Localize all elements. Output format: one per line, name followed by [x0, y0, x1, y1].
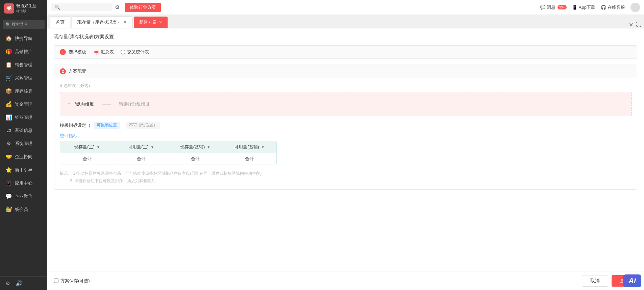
money-icon: 💰 [5, 101, 12, 107]
logo-text-block: 畅通好生意 标准版 [16, 3, 36, 14]
radio-summary[interactable]: 汇总表 [94, 49, 114, 55]
tabbar: 首页 现存量（库存状况表） ✕ 新建方案 ✕ ✕ ⛶ [47, 15, 644, 28]
sidebar-item-app-center[interactable]: 📱 应用中心 [0, 176, 47, 190]
sidebar-item-member[interactable]: 👑 畅会员 [0, 203, 47, 216]
radio-summary-label: 汇总表 [101, 49, 114, 55]
cart-icon: 🛒 [5, 75, 12, 81]
dim-placeholder: 请选择分组维度 [119, 101, 150, 107]
nav-label: 系统管理 [15, 141, 32, 147]
message-icon: 💬 [540, 5, 545, 10]
expand-window-icon[interactable]: ⛶ [636, 22, 641, 28]
col-label-0: 现存量(主) [74, 144, 95, 150]
col-header-0[interactable]: 现存量(主) ▼ [60, 141, 114, 153]
chart-icon: 📊 [5, 114, 12, 121]
dim-separator: —— [102, 102, 111, 107]
section2-num: 2 [60, 68, 66, 74]
col-label-1: 可用量(主) [128, 144, 149, 150]
indicator-settings: 模板指标设定（ 可拖动位置 不可拖动位置） [60, 122, 631, 129]
message-button[interactable]: 💬 消息 99+ [540, 4, 567, 10]
clipboard-icon: 📋 [5, 62, 12, 68]
gift-icon: 🎁 [5, 48, 12, 55]
section1-header: 1 选择模板 汇总表 交叉统计表 [54, 46, 637, 59]
cell-3: 合计 [222, 153, 276, 165]
sidebar-item-marketing[interactable]: 🎁 营销推广 [0, 45, 47, 58]
online-service-button[interactable]: 🎧 在线客服 [601, 4, 625, 10]
industry-solution-button[interactable]: 体验行业方案 [125, 3, 161, 12]
indicator-settings-label: 模板指标设定（ [60, 122, 91, 128]
sidebar-item-sales[interactable]: 📋 销售管理 [0, 58, 47, 71]
close-window-icon[interactable]: ✕ [629, 22, 633, 28]
save-plan-label: 方案保存(可选) [60, 278, 90, 284]
folder-icon: 🗂 [5, 127, 12, 134]
topbar-search-box[interactable]: 🔍 [51, 3, 112, 11]
stats-section-title: 统计指标 [60, 133, 631, 139]
topbar-right: 💬 消息 99+ 📱 App下载 🎧 在线客服 [540, 3, 640, 12]
nav-label: 畅会员 [15, 207, 28, 213]
tips-label: 提示： 1.拖动标题栏可以调整布局，不可跨维度或指标区域拖动栏目字段(只能在同一… [60, 170, 631, 177]
sidebar-item-wechat[interactable]: 💬 企业微信 [0, 190, 47, 203]
section-choose-template: 1 选择模板 汇总表 交叉统计表 [54, 45, 637, 59]
nav-label: 应用中心 [15, 180, 32, 186]
sidebar-item-quick-nav[interactable]: 🏠 快捷导航 [0, 32, 47, 45]
window-controls: ✕ ⛶ [629, 22, 641, 28]
sidebar-item-inventory[interactable]: 📦 库存核算 [0, 84, 47, 98]
tab-inventory-close-icon[interactable]: ✕ [123, 20, 127, 25]
dim-pink-area[interactable]: * *纵向维度 —— 请选择分组维度 [60, 92, 631, 116]
sound-footer-icon[interactable]: 🔊 [16, 280, 22, 287]
service-icon: 🎧 [601, 5, 606, 10]
col-header-1[interactable]: 可用量(主) ▼ [114, 141, 168, 153]
sidebar: 畅 畅通好生意 标准版 🔍 搜索菜单 🏠 快捷导航 🎁 营销推广 📋 销售管理 … [0, 0, 47, 290]
tab-new-plan[interactable]: 新建方案 ✕ [134, 17, 168, 28]
search-label: 搜索菜单 [12, 22, 28, 27]
star-icon: 🌟 [5, 167, 12, 173]
user-avatar[interactable] [630, 3, 640, 12]
sidebar-item-basic-info[interactable]: 🗂 基础信息 [0, 124, 47, 137]
message-badge: 99+ [558, 5, 567, 9]
tips-area: 提示： 1.拖动标题栏可以调整布局，不可跨维度或指标区域拖动栏目字段(只能在同一… [60, 170, 631, 185]
gear-icon: ⚙ [5, 140, 12, 147]
tab-inventory-status[interactable]: 现存量（库存状况表） ✕ [72, 16, 132, 28]
tip-0: 1.拖动标题栏可以调整布局，不可跨维度或指标区域拖动栏目字段(只能在同一维度或指… [73, 171, 262, 176]
tab-inventory-label: 现存量（库存状况表） [77, 19, 121, 25]
topbar-search-input[interactable] [62, 5, 106, 10]
tip-1: 2. 点击标题栏下拉可设置排序、插入列和删除列 [70, 178, 155, 183]
tab-new-plan-close-icon[interactable]: ✕ [159, 20, 162, 25]
section2-body: 汇总维度（必选） * *纵向维度 —— 请选择分组维度 模板指标设定（ 可拖动位… [54, 78, 637, 189]
sidebar-item-new-guide[interactable]: 🌟 新手引导 [0, 163, 47, 176]
radio-summary-input[interactable] [94, 50, 99, 54]
nav-label: 快捷导航 [15, 35, 32, 42]
col-header-2[interactable]: 现存量(基辅) ▼ [168, 141, 222, 153]
save-plan-checkbox-label[interactable]: 方案保存(可选) [54, 278, 90, 284]
stats-table-header: 现存量(主) ▼ 可用量(主) ▼ 现存量(基辅) ▼ 可用量(基辅) [60, 141, 276, 153]
sidebar-item-finance[interactable]: 💰 资金管理 [0, 98, 47, 111]
vertical-dim-label: *纵向维度 [75, 101, 94, 107]
section1-num: 1 [60, 49, 66, 55]
cell-2: 合计 [168, 153, 222, 165]
sidebar-item-system[interactable]: ⚙ 系统管理 [0, 137, 47, 150]
settings-footer-icon[interactable]: ⚙ [5, 280, 10, 287]
crown-icon: 👑 [5, 206, 12, 213]
nav-label: 营销推广 [15, 49, 32, 55]
radio-cross-input[interactable] [121, 50, 125, 54]
col-label-2: 现存量(基辅) [180, 144, 205, 150]
radio-cross-label: 交叉统计表 [127, 49, 149, 55]
tab-home[interactable]: 首页 [50, 16, 70, 28]
box-icon: 📦 [5, 88, 12, 94]
chevron-down-icon-1: ▼ [151, 145, 154, 149]
save-plan-checkbox[interactable] [54, 279, 58, 283]
sidebar-item-cooperation[interactable]: 🤝 企业协同 [0, 150, 47, 163]
page-title: 现存量(库存状况表)方案设置 [54, 34, 637, 40]
topbar-settings-icon[interactable]: ⚙ [115, 4, 120, 10]
col-header-3[interactable]: 可用量(基辅) ▼ [222, 141, 276, 153]
nav-label: 基础信息 [15, 127, 32, 134]
phone-icon: 📱 [5, 180, 12, 186]
radio-cross[interactable]: 交叉统计表 [121, 49, 149, 55]
nav-label: 企业协同 [15, 154, 32, 160]
sidebar-item-purchase[interactable]: 🛒 采购管理 [0, 71, 47, 84]
sidebar-search[interactable]: 🔍 搜索菜单 [3, 20, 45, 29]
home-icon: 🏠 [5, 35, 12, 42]
app-download-button[interactable]: 📱 App下载 [572, 4, 595, 10]
cancel-button[interactable]: 取消 [582, 275, 608, 287]
chat-icon: 💬 [5, 193, 12, 199]
sidebar-item-operations[interactable]: 📊 经营管理 [0, 111, 47, 124]
